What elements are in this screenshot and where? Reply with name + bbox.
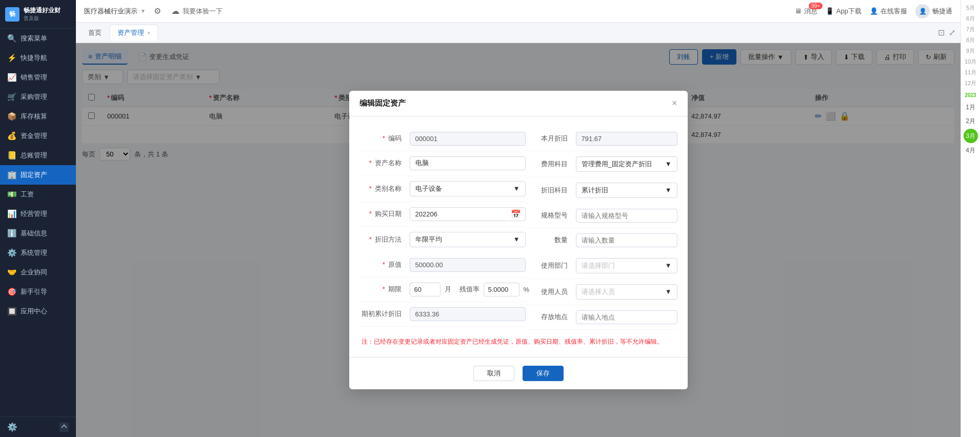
right-sidebar-calendar: 5月 6月 7月 8月 9月 10月 11月 12月 2023 1月 2月 3月…: [961, 0, 980, 437]
field-category-label: * 类别名称: [359, 184, 406, 193]
field-origval-input[interactable]: [410, 258, 526, 272]
sidebar-item-fixedasset[interactable]: 🏢 固定资产: [0, 165, 76, 185]
sidebar-item-label: 总账管理: [21, 151, 47, 160]
inventory-icon: 📦: [7, 112, 16, 121]
sidebar-item-salary[interactable]: 💵 工资: [0, 185, 76, 204]
modal-field-code: * 编码: [359, 127, 526, 151]
calendar-icon[interactable]: 📅: [507, 209, 525, 219]
tabs-expand-btn[interactable]: ⤢: [949, 28, 955, 37]
sidebar-item-label: 销售管理: [21, 73, 47, 82]
topbar-right: 🖥 消息 99+ 📱 App下载 👤 在线客服 👤 畅捷通: [795, 4, 952, 18]
settings-footer-icon[interactable]: ⚙️: [7, 422, 17, 432]
sidebar-item-label: 资金管理: [21, 131, 47, 141]
tab-asset-close[interactable]: ×: [147, 30, 150, 36]
sidebar-item-system[interactable]: ⚙️ 系统管理: [0, 243, 76, 263]
field-quantity-input[interactable]: [576, 233, 677, 247]
field-origval-label: * 原值: [359, 260, 406, 269]
cancel-btn[interactable]: 取消: [473, 366, 514, 381]
modal-overlay: 编辑固定资产 × * 编码: [76, 43, 961, 437]
sidebar-scroll-up[interactable]: [59, 423, 69, 432]
messages-icon: 🖥: [795, 7, 802, 15]
salary-icon: 💵: [7, 190, 16, 199]
save-btn[interactable]: 保存: [523, 366, 564, 381]
quicknav-icon: ⚡: [7, 53, 16, 63]
system-icon: ⚙️: [7, 248, 16, 257]
sidebar-item-collab[interactable]: 🤝 企业协同: [0, 263, 76, 282]
field-period-label: * 期限: [359, 285, 406, 294]
field-depsub-select[interactable]: 累计折旧 ▼: [576, 183, 677, 198]
modal-field-expense-subject: 费用科目 管理费用_固定资产折旧 ▼: [526, 151, 677, 177]
field-spec-input[interactable]: [576, 209, 677, 223]
field-initdep-input[interactable]: [410, 307, 526, 321]
sidebar-item-basicinfo[interactable]: ℹ️ 基础信息: [0, 224, 76, 243]
field-person-select[interactable]: 请选择人员 ▼: [576, 284, 677, 300]
field-location-input[interactable]: [576, 310, 677, 324]
modal-field-buydate: * 购买日期 📅: [359, 202, 526, 227]
company-name: 医疗器械行业演示: [84, 7, 137, 16]
field-expsub-select[interactable]: 管理费用_固定资产折旧 ▼: [576, 156, 677, 172]
residual-rate-input[interactable]: [484, 283, 519, 296]
cal-month-2[interactable]: 2月: [963, 115, 978, 128]
sidebar-item-label: 固定资产: [21, 170, 47, 180]
online-service-btn[interactable]: 👤 在线客服: [870, 7, 907, 16]
topbar: 医疗器械行业演示 ▼ ⚙ ☁ 我要体验一下 🖥 消息 99+ 📱 App下载 👤…: [76, 0, 961, 23]
tabs-bar: 首页 资产管理 × ⊡ ⤢: [76, 23, 961, 43]
field-dept-label: 使用部门: [526, 261, 572, 270]
field-expsub-label: 费用科目: [526, 160, 572, 169]
field-dep-method-select[interactable]: 年限平均 ▼: [410, 232, 526, 247]
experience-btn[interactable]: ☁ 我要体验一下: [171, 6, 223, 16]
online-service-label: 在线客服: [881, 7, 907, 16]
field-dept-select[interactable]: 请选择部门 ▼: [576, 258, 677, 273]
sidebar-item-sales[interactable]: 📈 销售管理: [0, 68, 76, 87]
field-code-input[interactable]: [410, 132, 526, 146]
period-input[interactable]: [410, 283, 441, 296]
field-code-label: * 编码: [359, 134, 406, 143]
messages-btn[interactable]: 🖥 消息 99+: [795, 7, 817, 16]
field-name-input[interactable]: [410, 156, 526, 170]
tabs-maximize-btn[interactable]: ⊡: [938, 28, 945, 37]
sidebar-item-search[interactable]: 🔍 搜索菜单: [0, 29, 76, 48]
operations-icon: 📊: [7, 209, 16, 218]
modal-field-department: 使用部门 请选择部门 ▼: [526, 253, 677, 279]
modal-footer: 取消 保存: [349, 357, 688, 389]
field-depsub-label: 折旧科目: [526, 186, 572, 195]
field-category-select[interactable]: 电子设备 ▼: [410, 181, 526, 196]
cal-year-2023[interactable]: 2023: [963, 90, 978, 100]
sidebar-item-finance[interactable]: 💰 资金管理: [0, 126, 76, 146]
tab-home[interactable]: 首页: [81, 25, 109, 41]
sidebar-item-label: 系统管理: [21, 248, 47, 257]
edit-asset-modal: 编辑固定资产 × * 编码: [349, 91, 688, 389]
sidebar-item-purchase[interactable]: 🛒 采购管理: [0, 87, 76, 107]
cal-month-4[interactable]: 4月: [963, 144, 978, 157]
service-icon: 👤: [870, 7, 878, 15]
modal-close-btn[interactable]: ×: [672, 98, 677, 109]
purchase-icon: 🛒: [7, 92, 16, 102]
sidebar-item-quicknav[interactable]: ⚡ 快捷导航: [0, 48, 76, 68]
sidebar-item-label: 经营管理: [21, 209, 47, 218]
tabs-right-actions: ⊡ ⤢: [938, 28, 955, 37]
tab-asset-management[interactable]: 资产管理 ×: [110, 25, 158, 41]
topbar-settings-icon[interactable]: ⚙: [154, 6, 161, 16]
sidebar-item-label: 基础信息: [21, 229, 47, 238]
field-buydate-input[interactable]: [410, 208, 507, 221]
experience-label: 我要体验一下: [183, 7, 223, 16]
sidebar-item-guide[interactable]: 🎯 新手引导: [0, 282, 76, 302]
period-unit: 月: [445, 285, 451, 294]
field-monthdep-label: 本月折旧: [526, 134, 572, 143]
field-dep-method-label: * 折旧方法: [359, 235, 406, 244]
sidebar-item-ledger[interactable]: 📒 总账管理: [0, 146, 76, 165]
cal-month-1[interactable]: 1月: [963, 101, 978, 114]
field-monthdep-input[interactable]: [576, 132, 677, 146]
cloud-icon: ☁: [171, 6, 179, 16]
app-logo-icon: 畅: [5, 7, 19, 22]
cal-month-3[interactable]: 3月: [964, 129, 978, 143]
sidebar-item-operations[interactable]: 📊 经营管理: [0, 204, 76, 224]
company-selector[interactable]: 医疗器械行业演示 ▼: [84, 7, 146, 16]
sidebar-item-inventory[interactable]: 📦 库存核算: [0, 107, 76, 126]
user-avatar-btn[interactable]: 👤 畅捷通: [915, 4, 952, 18]
modal-left-col: * 编码 * 资产名称: [359, 127, 526, 330]
app-download-btn[interactable]: 📱 App下载: [826, 7, 862, 16]
sidebar-nav: 🔍 搜索菜单 ⚡ 快捷导航 📈 销售管理 🛒 采购管理 📦 库存核算 💰 资金管…: [0, 29, 76, 416]
app-logo-text: 畅捷通好业财 普及版: [24, 6, 61, 22]
sidebar-item-appcenter[interactable]: 🔲 应用中心: [0, 302, 76, 321]
